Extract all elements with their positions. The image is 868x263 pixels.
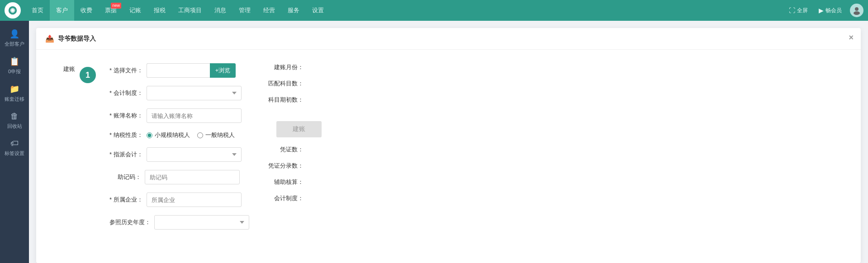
sidebar-item-zero-report[interactable]: 📋 0申报: [1, 53, 28, 79]
memo-row: 助记码：: [109, 170, 249, 184]
dialog-panel: 📤 导爷数据导入 × 建账 1 * 选择文件：: [36, 28, 861, 263]
file-text-input[interactable]: [147, 63, 210, 78]
voucher-count-row: 凭证数：: [267, 146, 358, 154]
all-clients-icon: 👤: [9, 29, 19, 39]
history-year-select[interactable]: [154, 215, 249, 230]
sidebar-item-all-clients[interactable]: 👤 全部客户: [1, 25, 28, 51]
fullscreen-icon: ⛶: [789, 7, 795, 14]
voucher-entries-row: 凭证分录数：: [267, 162, 358, 170]
nav-item-settings[interactable]: 设置: [306, 0, 330, 21]
step-badge: 1: [80, 67, 96, 83]
sidebar-item-tag-settings[interactable]: 🏷 标签设置: [1, 135, 28, 160]
main-content: 📤 导爷数据导入 × 建账 1 * 选择文件：: [29, 21, 868, 263]
top-navigation: 首页 客户 收费 票据 new 记账 报税 工商项目 消息 管理 经营 服务 设…: [0, 0, 868, 21]
ledger-name-label: * 账簿名称：: [109, 112, 143, 120]
auxiliary-row: 辅助核算：: [267, 178, 358, 186]
form-container: 建账 1 * 选择文件： +浏览: [36, 50, 861, 243]
svg-point-3: [854, 11, 860, 15]
tax-radio-group: 小规模纳税人 一般纳税人: [147, 131, 235, 139]
accounting-system-label: * 会计制度：: [109, 89, 143, 97]
migration-icon: 📁: [9, 84, 19, 94]
file-label: * 选择文件：: [109, 66, 143, 75]
step-area: 建账 1: [63, 65, 96, 83]
import-icon: 📤: [45, 34, 54, 43]
sidebar-item-recycle-bin[interactable]: 🗑 回收站: [1, 108, 28, 133]
recycle-icon: 🗑: [10, 112, 19, 121]
match-subjects-row: 匹配科目数：: [267, 80, 358, 88]
tax-type-row: * 纳税性质： 小规模纳税人 一般纳税人: [109, 131, 249, 139]
company-label: * 所属企业：: [109, 196, 143, 204]
subject-init-label: 科目期初数：: [267, 96, 304, 104]
history-year-label: 参照历史年度：: [109, 218, 151, 226]
nav-item-tax[interactable]: 报税: [147, 0, 172, 21]
subject-init-row: 科目期初数：: [267, 96, 358, 104]
zero-report-icon: 📋: [9, 56, 19, 66]
company-row: * 所属企业：: [109, 193, 249, 207]
tag-icon: 🏷: [10, 139, 19, 148]
radio-general-label: 一般纳税人: [205, 131, 235, 139]
right-accounting-system-label: 会计制度：: [267, 194, 304, 202]
ledger-name-input[interactable]: [147, 108, 242, 123]
nav-item-clients[interactable]: 客户: [50, 0, 74, 21]
close-button[interactable]: ×: [849, 33, 854, 42]
accountant-select[interactable]: [147, 147, 242, 162]
radio-general-input[interactable]: [197, 132, 203, 138]
file-row: * 选择文件： +浏览: [109, 63, 249, 78]
nav-item-bookkeeping[interactable]: 记账: [123, 0, 147, 21]
left-sidebar: 👤 全部客户 📋 0申报 📁 账套迁移 🗑 回收站 🏷 标签设置: [0, 21, 29, 263]
new-badge: new: [111, 3, 121, 9]
ledger-name-row: * 账簿名称：: [109, 108, 249, 123]
memo-label: 助记码：: [109, 173, 141, 181]
accountant-label: * 指派会计：: [109, 150, 143, 159]
member-icon: ▶: [819, 7, 824, 14]
form-left-area: 建账 1 * 选择文件： +浏览: [63, 63, 249, 230]
accounting-system-row: * 会计制度：: [109, 86, 249, 100]
fullscreen-button[interactable]: ⛶ 全屏: [786, 6, 811, 15]
radio-general-tax[interactable]: 一般纳税人: [197, 131, 235, 139]
build-month-label: 建账月份：: [267, 63, 304, 71]
tax-type-label: * 纳税性质：: [109, 131, 143, 139]
nav-item-fees[interactable]: 收费: [74, 0, 99, 21]
radio-small-tax[interactable]: 小规模纳税人: [147, 131, 190, 139]
match-subjects-label: 匹配科目数：: [267, 80, 304, 88]
memo-input[interactable]: [145, 170, 240, 184]
svg-point-2: [855, 7, 859, 11]
build-account-button[interactable]: 建账: [276, 121, 322, 137]
radio-small-input[interactable]: [147, 132, 152, 138]
auxiliary-label: 辅助核算：: [267, 178, 304, 186]
app-logo[interactable]: [5, 2, 21, 19]
accounting-system-select[interactable]: [147, 86, 242, 100]
sidebar-item-account-migration[interactable]: 📁 账套迁移: [1, 80, 28, 106]
build-month-row: 建账月份：: [267, 63, 358, 71]
dialog-title: 导爷数据导入: [58, 35, 96, 43]
right-accounting-system-row: 会计制度：: [267, 194, 358, 202]
accountant-row: * 指派会计：: [109, 147, 249, 162]
nav-item-business[interactable]: 工商项目: [172, 0, 208, 21]
nav-item-home[interactable]: 首页: [25, 0, 50, 21]
nav-items: 首页 客户 收费 票据 new 记账 报税 工商项目 消息 管理 经营 服务 设…: [25, 0, 786, 21]
company-input[interactable]: [147, 193, 242, 207]
right-info-panel: 建账月份： 匹配科目数： 科目期初数： 建账 凭证: [267, 63, 358, 230]
browse-button[interactable]: +浏览: [210, 63, 236, 78]
nav-item-messages[interactable]: 消息: [208, 0, 232, 21]
radio-small-label: 小规模纳税人: [155, 131, 190, 139]
nav-item-services[interactable]: 服务: [281, 0, 306, 21]
voucher-count-label: 凭证数：: [267, 146, 304, 154]
step-section-label: 建账: [63, 65, 75, 73]
nav-item-operations[interactable]: 经营: [257, 0, 281, 21]
history-year-row: 参照历史年度：: [109, 215, 249, 230]
voucher-entries-label: 凭证分录数：: [267, 162, 304, 170]
dialog-header: 📤 导爷数据导入 ×: [36, 28, 861, 50]
member-button[interactable]: ▶ 畅会员: [816, 6, 844, 15]
svg-point-1: [11, 9, 14, 12]
nav-item-invoices[interactable]: 票据 new: [99, 0, 123, 21]
nav-item-management[interactable]: 管理: [232, 0, 257, 21]
form-fields: * 选择文件： +浏览 * 会计制度：: [109, 63, 249, 230]
file-input-group: +浏览: [147, 63, 236, 78]
nav-right-area: ⛶ 全屏 ▶ 畅会员: [786, 4, 863, 17]
user-avatar[interactable]: [850, 4, 863, 17]
